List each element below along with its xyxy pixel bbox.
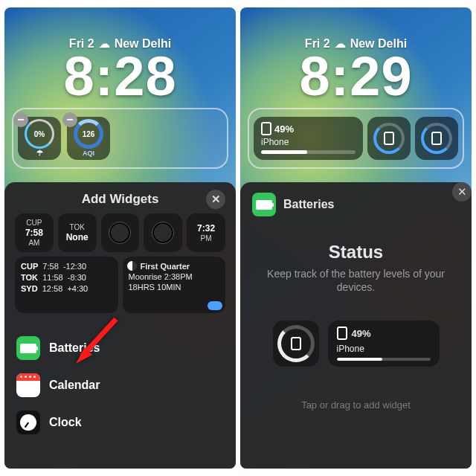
widget-subtitle: Keep track of the battery levels of your… bbox=[252, 267, 460, 294]
preview-ring[interactable] bbox=[273, 321, 319, 367]
sheet-app-name: Batteries bbox=[283, 198, 334, 211]
battery-widget-ring[interactable] bbox=[367, 117, 411, 160]
clock-card[interactable] bbox=[101, 213, 140, 252]
clockface-icon bbox=[109, 222, 131, 244]
phone-icon bbox=[431, 132, 442, 145]
clock-widget-row[interactable]: CUP 7:58 AM TOK None 7:32 PM bbox=[15, 213, 225, 252]
app-row-clock[interactable]: Clock bbox=[15, 404, 225, 441]
clock-card[interactable]: 7:32 PM bbox=[187, 213, 225, 252]
phone-icon bbox=[384, 132, 394, 145]
widget-app-list: Batteries Calendar Clock bbox=[15, 329, 225, 441]
moon-phase-card[interactable]: First Quarter Moonrise 2:38PM 18HRS 10MI… bbox=[123, 257, 226, 313]
rain-pct: 0% bbox=[34, 130, 45, 138]
lockscreen-time[interactable]: 8:28 bbox=[4, 52, 236, 102]
widget-tray[interactable]: 49% iPhone bbox=[248, 108, 464, 169]
screenshot-left: Fri 2 ☁︎ New Delhi 8:28 − 0% ☂ − 126 AQI… bbox=[4, 7, 236, 469]
battery-widget-sheet: Batteries ✕ Status Keep track of the bat… bbox=[240, 182, 472, 469]
phone-icon bbox=[337, 327, 347, 340]
remove-icon[interactable]: − bbox=[62, 112, 77, 127]
moon-icon bbox=[127, 261, 137, 271]
widget-rain[interactable]: − 0% ☂ bbox=[18, 117, 61, 160]
clock-card[interactable]: CUP 7:58 AM bbox=[15, 213, 54, 252]
world-clock-card[interactable]: CUP 7:58 -12:30 TOK 11:58 -8:30 SYD 12:5… bbox=[15, 257, 118, 313]
app-row-batteries[interactable]: Batteries bbox=[15, 329, 225, 367]
lockscreen-dateline: Fri 2 ☁︎ New Delhi bbox=[240, 7, 472, 51]
preview-wide[interactable]: 49% iPhone bbox=[328, 321, 440, 367]
battery-icon bbox=[252, 193, 276, 216]
phone-icon bbox=[291, 337, 301, 350]
phone-icon bbox=[261, 122, 271, 135]
widget-tray[interactable]: − 0% ☂ − 126 AQI bbox=[12, 108, 228, 169]
battery-icon bbox=[16, 336, 40, 360]
aqi-label: AQI bbox=[83, 149, 94, 157]
sheet-hint: Tap or drag to add widget bbox=[252, 399, 460, 411]
widget-previews: 49% iPhone bbox=[252, 321, 460, 367]
calendar-icon bbox=[16, 373, 40, 397]
screenshot-right: Fri 2 ☁︎ New Delhi 8:29 49% iPhone Batte… bbox=[240, 7, 472, 469]
add-widgets-sheet: Add Widgets ✕ CUP 7:58 AM TOK None bbox=[4, 182, 236, 469]
clock-icon bbox=[16, 411, 40, 434]
remove-icon[interactable]: − bbox=[13, 112, 28, 127]
app-row-calendar[interactable]: Calendar bbox=[15, 367, 225, 404]
aqi-value: 126 bbox=[83, 130, 95, 138]
battery-widget-ring[interactable] bbox=[415, 117, 458, 160]
widget-title: Status bbox=[252, 242, 460, 263]
close-icon[interactable]: ✕ bbox=[452, 182, 472, 202]
battery-bar bbox=[261, 150, 356, 154]
lockscreen-dateline: Fri 2 ☁︎ New Delhi bbox=[4, 7, 236, 51]
lockscreen-time[interactable]: 8:29 bbox=[240, 52, 472, 102]
battery-widget-wide[interactable]: 49% iPhone bbox=[254, 117, 363, 160]
widget-aqi[interactable]: − 126 AQI bbox=[67, 117, 110, 160]
battery-bar bbox=[337, 358, 431, 361]
close-icon[interactable]: ✕ bbox=[206, 190, 225, 209]
clock-card[interactable] bbox=[144, 213, 182, 252]
umbrella-icon: ☂ bbox=[36, 149, 43, 157]
cloud-icon bbox=[208, 301, 222, 310]
sheet-title: Add Widgets bbox=[82, 192, 159, 207]
clock-card[interactable]: TOK None bbox=[58, 213, 97, 252]
clockface-icon bbox=[152, 222, 174, 244]
